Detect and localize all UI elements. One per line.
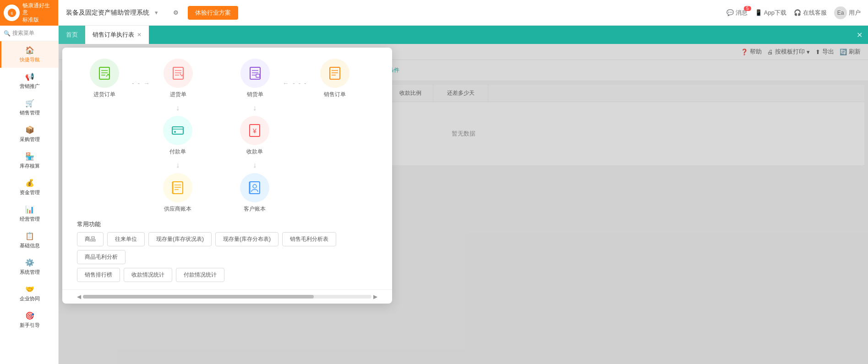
down-arrow-purchase-bill: ↓ xyxy=(150,104,205,112)
flow-down-arrows-1: ↓ ↓ xyxy=(77,104,377,112)
sidebar-item-sales[interactable]: 🛒 销售管理 xyxy=(0,94,58,121)
scroll-right-arrow[interactable]: ▶ xyxy=(373,293,377,300)
svg-rect-19 xyxy=(172,127,183,134)
flow-row-1: 进货订单 - - → xyxy=(77,59,377,98)
avatar: Ea xyxy=(834,6,847,19)
common-btn-payment-stats[interactable]: 付款情况统计 xyxy=(176,268,224,282)
sidebar-item-finance[interactable]: 💰 资金管理 xyxy=(0,174,58,201)
sidebar-item-purchase[interactable]: 📦 采购管理 xyxy=(0,121,58,147)
quick-nav-icon: 🏠 xyxy=(25,46,34,54)
basic-info-icon: 📋 xyxy=(25,232,34,240)
svg-point-21 xyxy=(174,131,176,133)
svg-text:6: 6 xyxy=(11,11,13,16)
svg-rect-14 xyxy=(256,74,260,77)
node-purchase-bill[interactable]: 进货单 xyxy=(151,59,206,98)
arrow-purchase-order-to-bill: - - → xyxy=(132,71,151,87)
sidebar-item-system[interactable]: ⚙️ 系统管理 xyxy=(0,254,58,280)
down-arrow-payment: ↓ xyxy=(150,161,205,169)
common-btn-stock-status[interactable]: 现存量(库存状况表) xyxy=(148,232,212,246)
tab-close-btn[interactable]: ✕ xyxy=(137,32,142,38)
sidebar-item-quick-nav[interactable]: 🏠 快捷导航 xyxy=(0,41,58,68)
sidebar-item-marketing[interactable]: 📢 营销推广 xyxy=(0,68,58,94)
common-btn-product[interactable]: 商品 xyxy=(77,232,104,246)
down-arrow-receipt: ↓ xyxy=(227,161,282,169)
receipt-bill-icon: ¥ xyxy=(240,116,269,145)
topbar: 装备及固定资产辅助管理系统 ▾ ⚙ 体验行业方案 💬 消息 5 📱 App下载 … xyxy=(59,0,868,26)
sidebar-search[interactable]: 🔍 搜索菜单 xyxy=(0,26,58,41)
user-menu[interactable]: Ea 用户 xyxy=(834,6,861,19)
common-functions-title: 常用功能 xyxy=(77,220,377,228)
sidebar-nav: 🏠 快捷导航 📢 营销推广 🛒 销售管理 📦 采购管理 🏪 库存核算 💰 xyxy=(0,41,58,364)
common-btn-sales-margin[interactable]: 销售毛利分析表 xyxy=(282,232,336,246)
sidebar-item-inventory[interactable]: 🏪 库存核算 xyxy=(0,147,58,174)
finance-icon: 💰 xyxy=(25,179,34,187)
sidebar-item-operations[interactable]: 📊 经营管理 xyxy=(0,201,58,227)
node-customer-ledger[interactable]: 客户账本 xyxy=(227,173,282,213)
svg-text:¥: ¥ xyxy=(252,127,257,135)
svg-rect-24 xyxy=(173,182,183,194)
node-purchase-order[interactable]: 进货订单 xyxy=(77,59,132,98)
common-functions-section: 常用功能 商品 往来单位 现存量(库存状况表) 现存量(库存分布表) 销售毛利分… xyxy=(77,220,377,282)
sidebar-logo: 6 畅康通好生意 标准版 xyxy=(0,0,58,26)
purchase-order-icon xyxy=(90,59,119,88)
marketing-icon: 📢 xyxy=(25,72,34,81)
supplier-ledger-icon xyxy=(163,173,192,202)
svg-point-31 xyxy=(253,185,257,188)
common-btns: 商品 往来单位 现存量(库存状况表) 现存量(库存分布表) 销售毛利分析表 商品… xyxy=(77,232,377,264)
sidebar-item-enterprise[interactable]: 🤝 企业协同 xyxy=(0,280,58,307)
flow-diagram: 进货订单 - - → xyxy=(77,59,377,213)
common-btn-receipt-stats[interactable]: 收款情况统计 xyxy=(124,268,172,282)
sales-icon: 🛒 xyxy=(25,99,34,108)
sidebar: 6 畅康通好生意 标准版 🔍 搜索菜单 🏠 快捷导航 📢 营销推广 🛒 销售管理 xyxy=(0,0,59,364)
dropdown-arrow[interactable]: ▾ xyxy=(155,8,164,17)
purchase-icon: 📦 xyxy=(25,125,34,134)
common-btn-product-margin[interactable]: 商品毛利分析 xyxy=(77,250,126,264)
tab-home[interactable]: 首页 xyxy=(59,26,85,44)
gear-button[interactable]: ⚙ xyxy=(169,6,182,19)
app-icon: 📱 xyxy=(755,9,762,16)
system-title: 装备及固定资产辅助管理系统 xyxy=(66,9,149,17)
arrow-sales-order-to-bill: ← - - - xyxy=(283,71,307,87)
node-receipt-bill[interactable]: ¥ 收款单 xyxy=(227,116,282,156)
scroll-left-arrow[interactable]: ◀ xyxy=(77,293,81,300)
scroll-row: ◀ ▶ xyxy=(77,293,377,300)
node-sales-bill[interactable]: 销货单 xyxy=(228,59,283,98)
svg-rect-6 xyxy=(173,67,183,79)
common-btn-sales-ranking[interactable]: 销售排行榜 xyxy=(77,268,120,282)
sidebar-item-basic-info[interactable]: 📋 基础信息 xyxy=(0,227,58,254)
online-service-btn[interactable]: 🎧 在线客服 xyxy=(794,9,827,17)
try-btn[interactable]: 体验行业方案 xyxy=(188,6,238,20)
page-area: ❓ 帮助 🖨 按模板打印 ▾ ⬆ 导出 🔄 刷新 xyxy=(59,44,868,364)
service-icon: 🎧 xyxy=(794,9,801,16)
scrollbar-thumb[interactable] xyxy=(83,295,314,299)
dialog-inner: 进货订单 - - → xyxy=(62,48,392,289)
sidebar-item-guide[interactable]: 🎯 新手引导 xyxy=(0,307,58,333)
tabbar: 首页 销售订单执行表 ✕ ✕ xyxy=(59,26,868,44)
customer-ledger-icon xyxy=(240,173,269,202)
common-btn-stock-distribution[interactable]: 现存量(库存分布表) xyxy=(215,232,278,246)
down-arrow-sales-bill: ↓ xyxy=(227,104,282,112)
tabbar-close-all-btn[interactable]: ✕ xyxy=(851,26,868,44)
main-content: 装备及固定资产辅助管理系统 ▾ ⚙ 体验行业方案 💬 消息 5 📱 App下载 … xyxy=(59,0,868,364)
svg-rect-15 xyxy=(330,67,340,79)
sales-bill-icon xyxy=(240,59,270,88)
topbar-right: 💬 消息 5 📱 App下载 🎧 在线客服 Ea 用户 xyxy=(726,6,861,19)
node-payment-bill[interactable]: 付款单 xyxy=(150,116,205,156)
app-download-btn[interactable]: 📱 App下载 xyxy=(755,9,786,17)
scrollbar-track[interactable] xyxy=(83,295,371,299)
tab-sales-order-exec[interactable]: 销售订单执行表 ✕ xyxy=(85,26,149,44)
common-btn-partner[interactable]: 往来单位 xyxy=(107,232,145,246)
node-sales-order[interactable]: 销售订单 xyxy=(307,59,362,98)
flow-down-arrows-2: ↓ ↓ xyxy=(77,161,377,169)
enterprise-icon: 🤝 xyxy=(25,285,34,293)
system-icon: ⚙️ xyxy=(25,258,34,267)
node-supplier-ledger[interactable]: 供应商账本 xyxy=(150,173,205,213)
flow-row-2: 付款单 ¥ xyxy=(77,116,377,156)
inventory-icon: 🏪 xyxy=(25,152,34,161)
guide-icon: 🎯 xyxy=(25,311,34,320)
logo-text: 畅康通好生意 标准版 xyxy=(22,2,55,24)
message-btn[interactable]: 💬 消息 5 xyxy=(726,9,748,17)
search-icon: 🔍 xyxy=(4,30,11,37)
message-icon: 💬 xyxy=(726,9,734,16)
dialog-scrollbar: ◀ ▶ xyxy=(62,289,392,304)
